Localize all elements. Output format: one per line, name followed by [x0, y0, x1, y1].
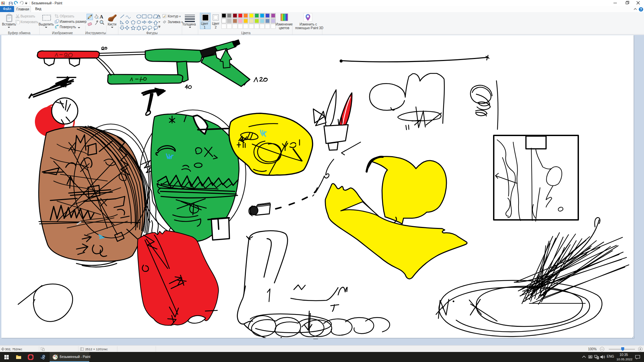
svg-text:?: ?	[640, 8, 642, 11]
